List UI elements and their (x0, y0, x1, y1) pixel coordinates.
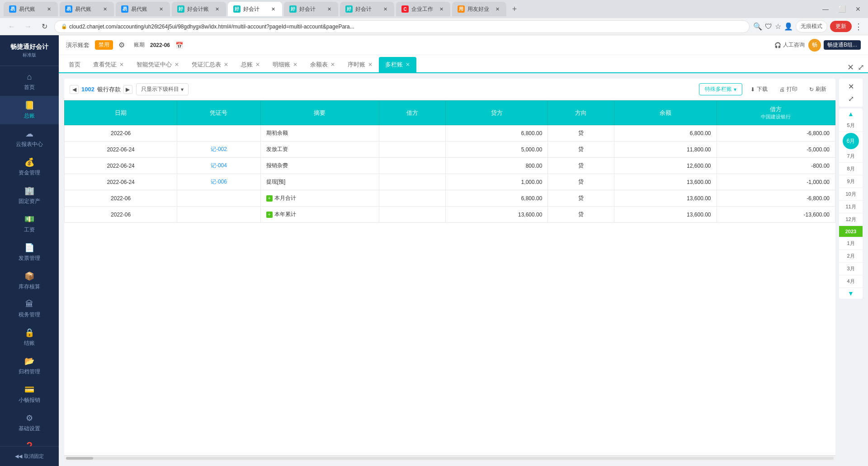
th-date: 日期 (65, 101, 177, 125)
calendar-icon[interactable]: 📅 (175, 42, 183, 49)
tab-balance-table-close[interactable]: ✕ (330, 61, 335, 68)
tab-close-1[interactable]: ✕ (45, 5, 52, 13)
tab-haokuaiji-6[interactable]: 好 好会计 ✕ (284, 2, 338, 16)
tab-close-4[interactable]: ✕ (213, 5, 221, 13)
tab-balance-table[interactable]: 余额表 ✕ (304, 57, 341, 72)
tab-yidaizhang-2[interactable]: 易 易代账 ✕ (60, 2, 114, 16)
tab-yidaizhang-1[interactable]: 易 易代账 ✕ (4, 2, 58, 16)
sidebar-item-archive[interactable]: 📂 归档管理 (0, 352, 59, 380)
wuhen-mode-button[interactable]: 无痕模式 (796, 20, 827, 33)
next-account-button[interactable]: ▶ (123, 85, 132, 94)
sidebar-item-fund[interactable]: 💰 资金管理 (0, 153, 59, 181)
tab-close-5[interactable]: ✕ (269, 5, 277, 13)
month-item-2022-8[interactable]: 8月 (839, 163, 863, 175)
tab-close-9[interactable]: ✕ (494, 5, 501, 13)
month-scroll-up-button[interactable]: ▲ (839, 108, 863, 119)
tab-haokuaiji-7[interactable]: 好 好会计 ✕ (340, 2, 394, 16)
sidebar-item-invoice[interactable]: 📄 发票管理 (0, 238, 59, 267)
tab-voucher-summary-close[interactable]: ✕ (224, 61, 228, 68)
refresh-button[interactable]: ↻ 刷新 (806, 84, 830, 95)
unpin-button[interactable]: ◀◀ 取消固定 (4, 450, 55, 462)
tab-yongyou[interactable]: 用 用友好业 ✕ (452, 2, 506, 16)
download-button[interactable]: ⬇ 下载 (747, 84, 771, 95)
tab-close-6[interactable]: ✕ (326, 5, 333, 13)
sidebar-item-home[interactable]: ⌂ 首页 (0, 68, 59, 96)
month-item-2022-11[interactable]: 11月 (839, 201, 863, 213)
month-scroll-down-button[interactable]: ▼ (839, 288, 863, 299)
month-item-2022-5[interactable]: 5月 (839, 119, 863, 132)
tab-qiyegongzuo[interactable]: C 企业工作 ✕ (396, 2, 450, 16)
month-item-2022-7[interactable]: 7月 (839, 150, 863, 163)
month-item-2022-10[interactable]: 10月 (839, 188, 863, 201)
tab-close-7[interactable]: ✕ (382, 5, 389, 13)
tab-view-voucher[interactable]: 查看凭证 ✕ (87, 57, 130, 72)
new-tab-button[interactable]: + (508, 3, 521, 15)
horizontal-scrollbar[interactable] (64, 455, 835, 461)
sidebar-item-tax[interactable]: 🏛 税务管理 (0, 295, 59, 323)
tab-multi-col[interactable]: 多栏账 ✕ (379, 57, 416, 72)
sidebar-item-settings[interactable]: ⚙ 基础设置 (0, 409, 59, 437)
month-item-2023-4[interactable]: 4月 (839, 275, 863, 288)
tab-multi-col-close[interactable]: ✕ (406, 61, 410, 68)
tab-haokuaiji-4[interactable]: 好 好会计账 ✕ (172, 2, 226, 16)
settings-gear-icon[interactable]: ⚙ (118, 41, 125, 49)
tab-home[interactable]: 首页 (62, 57, 87, 72)
tab-close-2[interactable]: ✕ (101, 5, 108, 13)
collapse-tabs-icon[interactable]: ✕ (847, 62, 854, 72)
sidebar-item-inventory[interactable]: 📦 库存核算 (0, 267, 59, 295)
print-button[interactable]: 🖨 打印 (776, 84, 801, 95)
sidebar-item-guide[interactable]: ❓ 新手引导 (0, 437, 59, 446)
close-button[interactable]: ✕ (852, 3, 864, 15)
month-item-2023-2[interactable]: 2月 (839, 250, 863, 263)
prev-account-button[interactable]: ◀ (70, 85, 79, 94)
sidebar-item-close[interactable]: 🔒 结账 (0, 323, 59, 352)
tab-general-ledger[interactable]: 总账 ✕ (235, 57, 266, 72)
tab-detail-ledger[interactable]: 明细账 ✕ (266, 57, 304, 72)
month-item-2023-1[interactable]: 1月 (839, 237, 863, 250)
tab-haokuaiji-5[interactable]: 好 好会计 ✕ (228, 2, 282, 16)
special-col-button[interactable]: 特殊多栏账 ▾ (699, 83, 742, 95)
month-item-2023-3[interactable]: 3月 (839, 263, 863, 275)
tab-close-3[interactable]: ✕ (157, 5, 165, 13)
expand-tabs-icon[interactable]: ⤢ (858, 62, 864, 72)
month-item-2022-12[interactable]: 12月 (839, 213, 863, 226)
profile-icon[interactable]: 👤 (784, 22, 793, 31)
star-icon[interactable]: ☆ (775, 22, 781, 31)
tab-detail-ledger-close[interactable]: ✕ (293, 61, 297, 68)
unpin-icon: ◀◀ (15, 453, 22, 459)
sidebar-item-expense[interactable]: 💳 小畅报销 (0, 380, 59, 409)
sidebar-item-ledger[interactable]: 📒 总账 (0, 96, 59, 124)
back-button[interactable]: ← (5, 20, 18, 33)
month-item-2022-6[interactable]: 6月 (843, 133, 859, 149)
tab-smart-voucher[interactable]: 智能凭证中心 ✕ (130, 57, 185, 72)
sidebar-item-salary[interactable]: 💵 工资 (0, 210, 59, 238)
reload-button[interactable]: ↻ (38, 20, 51, 33)
menu-icon[interactable]: ⋮ (854, 22, 863, 32)
minimize-button[interactable]: — (819, 3, 832, 15)
consult-button[interactable]: 🎧 人工咨询 (774, 41, 805, 49)
tab-sequence-ledger[interactable]: 序时账 ✕ (341, 57, 379, 72)
tab-general-ledger-close[interactable]: ✕ (255, 61, 260, 68)
shield-icon[interactable]: 🛡 (765, 23, 772, 31)
tab-icon-1: 易 (9, 5, 16, 13)
tab-sequence-ledger-close[interactable]: ✕ (368, 61, 373, 68)
tab-close-8[interactable]: ✕ (438, 5, 445, 13)
tab-yidaizhang-3[interactable]: 易 易代账 ✕ (116, 2, 170, 16)
tab-view-voucher-close[interactable]: ✕ (119, 61, 124, 68)
sidebar-item-asset[interactable]: 🏢 固定资产 (0, 181, 59, 210)
url-input[interactable]: 🔒 cloud2.chanjet.com/accounting/uh26t264… (54, 20, 750, 33)
forward-button[interactable]: → (22, 20, 34, 33)
tab-smart-voucher-close[interactable]: ✕ (175, 61, 179, 68)
tab-voucher-summary[interactable]: 凭证汇总表 ✕ (185, 57, 235, 72)
maximize-button[interactable]: ⬜ (835, 3, 848, 15)
search-icon[interactable]: 🔍 (753, 22, 762, 31)
voucher-link[interactable]: 记-006 (211, 179, 227, 185)
panel-expand-button[interactable]: ⤢ (846, 93, 856, 105)
panel-close-button[interactable]: ✕ (846, 80, 856, 93)
month-item-2022-9[interactable]: 9月 (839, 175, 863, 188)
sidebar-item-report[interactable]: ☁ 云报表中心 (0, 124, 59, 153)
voucher-link[interactable]: 记-004 (211, 162, 227, 169)
sub-filter-dropdown[interactable]: 只显示下级科目 ▾ (136, 83, 189, 95)
voucher-link[interactable]: 记-002 (211, 146, 227, 152)
update-button[interactable]: 更新 (830, 21, 852, 32)
